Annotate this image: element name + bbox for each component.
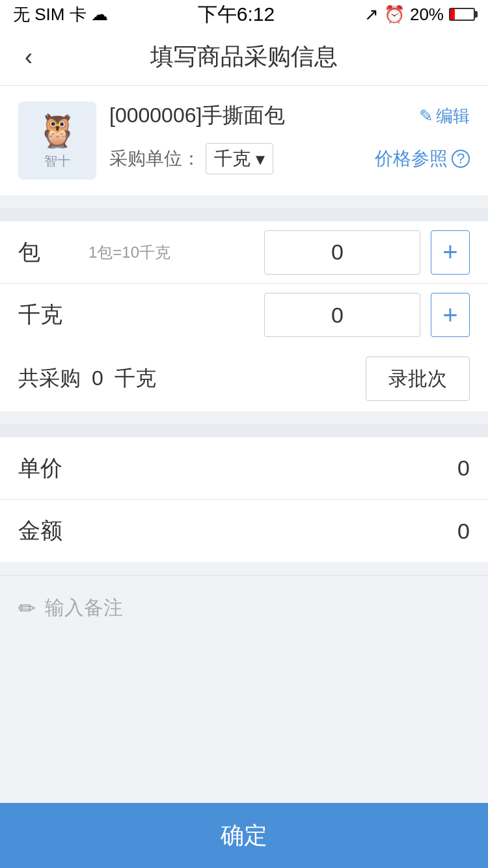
amount-row: 金额 0 — [0, 500, 488, 562]
amount-label: 金额 — [18, 516, 62, 546]
product-name-row: [0000006]手撕面包 ✎ 编辑 — [109, 102, 470, 130]
section-divider-2 — [0, 424, 488, 437]
kg-plus-button[interactable]: + — [431, 293, 470, 337]
bag-input-row: 包 1包=10千克 + — [0, 221, 488, 284]
status-left: 无 SIM 卡 ☁ — [13, 3, 108, 26]
kg-input-wrap: + — [83, 293, 470, 337]
help-icon: ? — [452, 150, 470, 168]
kg-input[interactable] — [264, 293, 420, 337]
product-thumb-label: 智十 — [44, 152, 70, 170]
product-info: [0000006]手撕面包 ✎ 编辑 采购单位： 千克 ▾ 价格参照 ? — [109, 102, 470, 174]
notes-section[interactable]: ✏ 输入备注 — [0, 575, 488, 640]
location-icon: ↗ — [364, 5, 379, 25]
notes-placeholder: 输入备注 — [45, 595, 123, 621]
kg-label: 千克 — [18, 300, 83, 330]
product-name: [0000006]手撕面包 — [109, 102, 285, 130]
bag-label: 包 — [18, 237, 83, 267]
price-ref-label: 价格参照 — [375, 146, 448, 171]
product-card: 🦉 智十 [0000006]手撕面包 ✎ 编辑 采购单位： 千克 ▾ 价格参照 … — [0, 86, 488, 195]
summary-unit: 千克 — [115, 366, 156, 390]
product-thumbnail: 🦉 智十 — [18, 102, 96, 180]
bag-input-wrap: + — [170, 230, 470, 275]
edit-button[interactable]: ✎ 编辑 — [419, 105, 470, 128]
unit-dropdown-icon: ▾ — [256, 148, 265, 170]
input-section: 包 1包=10千克 + 千克 + — [0, 221, 488, 346]
unit-price-value: 0 — [457, 455, 470, 481]
battery-percent: 20% — [410, 5, 444, 25]
summary-text: 共采购 0 千克 — [18, 364, 156, 393]
amount-value: 0 — [457, 519, 470, 544]
alarm-icon: ⏰ — [384, 5, 405, 25]
status-time: 下午6:12 — [198, 1, 275, 28]
section-divider-1 — [0, 208, 488, 221]
summary-label: 共采购 — [18, 366, 81, 390]
product-unit-row: 采购单位： 千克 ▾ 价格参照 ? — [109, 143, 470, 174]
edit-label: 编辑 — [436, 105, 470, 128]
back-button[interactable]: ‹ — [18, 37, 39, 77]
kg-input-row: 千克 + — [0, 284, 488, 346]
summary-row: 共采购 0 千克 录批次 — [0, 346, 488, 411]
unit-select[interactable]: 千克 ▾ — [206, 143, 273, 174]
nav-bar: ‹ 填写商品采购信息 — [0, 29, 488, 86]
status-right: ↗ ⏰ 20% — [364, 5, 475, 25]
price-ref-button[interactable]: 价格参照 ? — [375, 146, 470, 171]
unit-price-row: 单价 0 — [0, 437, 488, 500]
bag-sublabel: 1包=10千克 — [88, 242, 170, 263]
bag-input[interactable] — [264, 230, 420, 275]
edit-icon: ✎ — [419, 106, 433, 126]
unit-value: 千克 — [214, 146, 251, 171]
batch-button[interactable]: 录批次 — [366, 357, 470, 401]
battery-indicator — [449, 8, 475, 21]
status-bar: 无 SIM 卡 ☁ 下午6:12 ↗ ⏰ 20% — [0, 0, 488, 29]
unit-price-label: 单价 — [18, 454, 62, 483]
sim-status: 无 SIM 卡 ☁ — [13, 3, 108, 26]
unit-label: 采购单位： — [109, 146, 200, 171]
price-section: 单价 0 金额 0 — [0, 437, 488, 562]
confirm-button[interactable]: 确定 — [0, 803, 488, 868]
product-thumb-icon: 🦉 — [37, 112, 77, 150]
page-title: 填写商品采购信息 — [150, 41, 338, 73]
notes-icon: ✏ — [18, 596, 36, 621]
summary-quantity: 0 — [92, 366, 103, 390]
bag-plus-button[interactable]: + — [431, 230, 470, 275]
